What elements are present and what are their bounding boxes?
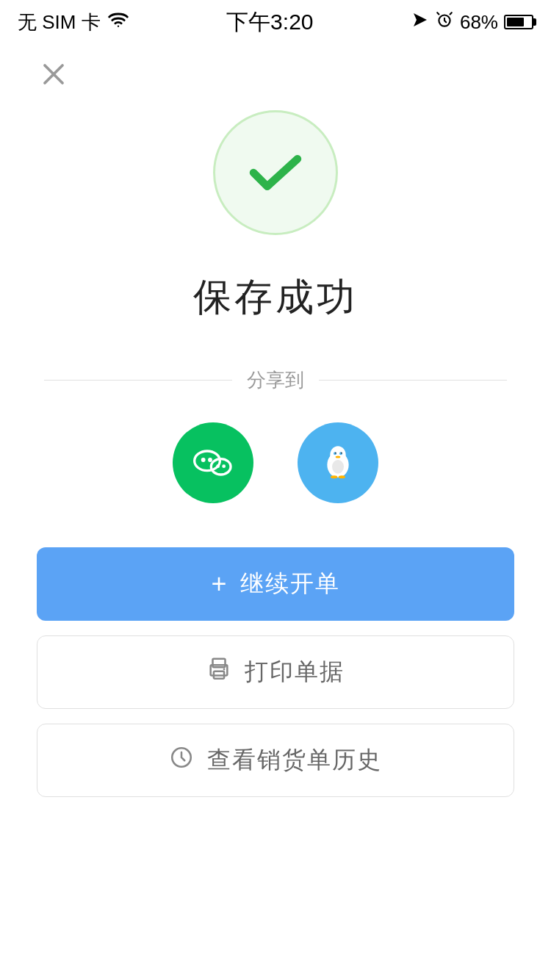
svg-marker-1 xyxy=(414,13,427,26)
share-qq-button[interactable] xyxy=(298,422,378,503)
svg-point-16 xyxy=(341,453,342,454)
svg-point-18 xyxy=(331,475,337,478)
share-label: 分享到 xyxy=(247,367,304,393)
history-label: 查看销货单历史 xyxy=(207,744,382,777)
status-time: 下午3:20 xyxy=(226,7,313,37)
share-icons xyxy=(173,422,378,503)
svg-point-19 xyxy=(339,475,345,478)
svg-point-24 xyxy=(223,669,226,671)
svg-point-10 xyxy=(222,464,226,468)
battery-icon xyxy=(504,15,533,29)
status-bar: 无 SIM 卡 下午3:20 68% xyxy=(0,0,551,44)
close-button[interactable] xyxy=(35,56,72,93)
alarm-icon xyxy=(435,10,454,35)
continue-icon: + xyxy=(211,569,226,599)
status-left: 无 SIM 卡 xyxy=(18,10,129,35)
wifi-icon xyxy=(108,10,129,35)
action-buttons: + 继续开单 打印单据 查看销货单历史 xyxy=(0,547,551,797)
print-label: 打印单据 xyxy=(245,656,345,688)
share-section: 分享到 xyxy=(0,367,551,503)
main-content: 保存成功 分享到 xyxy=(0,44,551,797)
share-divider: 分享到 xyxy=(0,367,551,393)
success-icon-circle xyxy=(213,110,338,235)
svg-point-9 xyxy=(216,464,220,468)
svg-point-7 xyxy=(208,458,212,462)
location-icon xyxy=(411,11,429,34)
svg-point-0 xyxy=(118,25,119,26)
status-right: 68% xyxy=(411,10,533,35)
svg-point-17 xyxy=(336,455,341,458)
success-title: 保存成功 xyxy=(193,272,358,323)
history-icon xyxy=(169,745,194,776)
battery-percentage: 68% xyxy=(460,11,498,34)
history-button[interactable]: 查看销货单历史 xyxy=(37,724,514,797)
share-wechat-button[interactable] xyxy=(173,422,253,503)
svg-point-20 xyxy=(332,460,344,474)
svg-point-6 xyxy=(201,458,206,462)
print-button[interactable]: 打印单据 xyxy=(37,635,514,709)
carrier-text: 无 SIM 卡 xyxy=(18,10,101,35)
continue-label: 继续开单 xyxy=(240,568,340,600)
print-icon xyxy=(206,657,231,688)
continue-button[interactable]: + 继续开单 xyxy=(37,547,514,621)
svg-point-15 xyxy=(335,453,336,454)
